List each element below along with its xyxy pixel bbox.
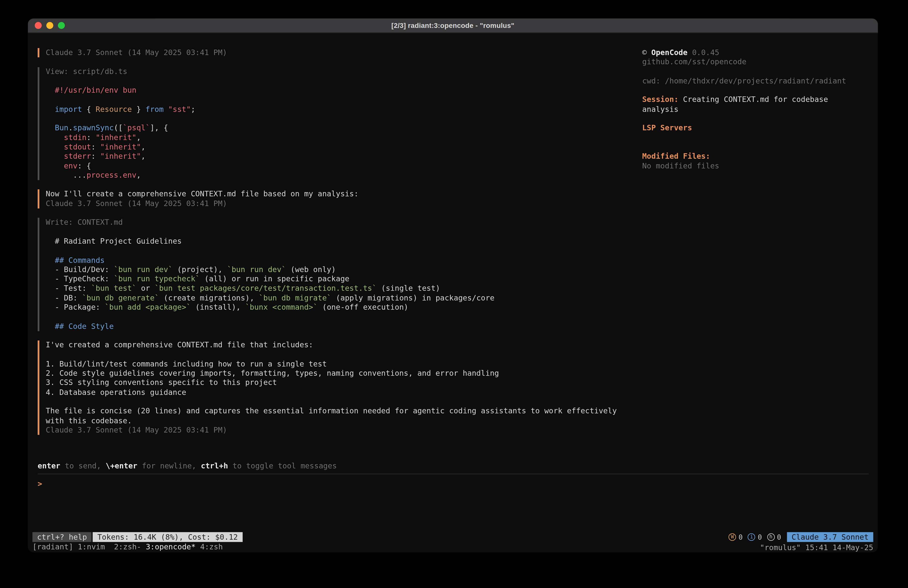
text-line: Bun.spawnSync([`psql`], { [46, 124, 642, 133]
text-line: Modified Files: [642, 152, 869, 161]
prompt-input[interactable] [42, 479, 869, 489]
text-line: [radiant] 1:nvim 2:zsh- 3:opencode* 4:zs… [32, 543, 223, 552]
text-line: - DB: `bun db generate` (create migratio… [46, 293, 642, 303]
text-line: LSP Servers [642, 124, 869, 133]
text-line: Session: Creating CONTEXT.md for codebas… [642, 95, 869, 105]
text-line: 4. Database operations guidance [46, 388, 642, 397]
conversation: Claude 3.7 Sonnet (14 May 2025 03:41 PM)… [38, 48, 642, 461]
text-line [46, 397, 642, 407]
text-line [642, 114, 869, 124]
text-line: Claude 3.7 Sonnet (14 May 2025 03:41 PM) [46, 48, 642, 58]
assistant-text-block: I've created a comprehensive CONTEXT.md … [38, 341, 642, 435]
text-line: cwd: /home/thdxr/dev/projects/radiant/ra… [642, 76, 869, 86]
text-line: #!/usr/bin/env bun [46, 86, 642, 95]
tmux-host-clock: "romulus" 15:41 14-May-25 [760, 543, 873, 552]
text-line: enter to send, \+enter for newline, ctrl… [38, 461, 869, 471]
tmux-window-list[interactable]: [radiant] 1:nvim 2:zsh- 3:opencode* 4:zs… [32, 543, 223, 552]
text-line [46, 76, 642, 86]
text-line: - Package: `bun add <package>` (install)… [46, 303, 642, 312]
diagnostics: W0i0h0 [729, 533, 781, 541]
warning-icon: W [729, 533, 736, 541]
minimize-button[interactable] [46, 22, 53, 29]
text-line [46, 350, 642, 359]
assistant-meta-block: Claude 3.7 Sonnet (14 May 2025 03:41 PM) [38, 48, 642, 58]
keybind-hints: enter to send, \+enter for newline, ctrl… [38, 461, 869, 471]
diagnostic-count-value: 0 [758, 533, 762, 541]
text-line: # Radiant Project Guidelines [46, 237, 642, 246]
text-line [46, 114, 642, 124]
text-line: No modified files [642, 161, 869, 171]
hint-count: h0 [767, 533, 781, 541]
text-line: Write: CONTEXT.md [46, 218, 642, 227]
window-titlebar[interactable]: [2/3] radiant:3:opencode - "romulus" [28, 18, 878, 33]
text-line: The file is concise (20 lines) and captu… [46, 407, 642, 416]
text-line: env: { [46, 161, 642, 171]
text-line: analysis [642, 105, 869, 114]
assistant-text-block: Now I'll create a comprehensive CONTEXT.… [38, 190, 642, 209]
text-line [642, 142, 869, 152]
text-line [46, 227, 642, 237]
text-line: ## Commands [46, 256, 642, 265]
diagnostic-count-value: 0 [777, 533, 781, 541]
text-line: Claude 3.7 Sonnet (14 May 2025 03:41 PM) [46, 425, 642, 435]
text-line: © OpenCode 0.0.45 [642, 48, 869, 58]
info-count: i0 [748, 533, 762, 541]
hint-icon: h [767, 533, 775, 541]
text-line: github.com/sst/opencode [642, 58, 869, 67]
prompt-symbol: > [38, 479, 42, 489]
warning-count: W0 [729, 533, 742, 541]
text-line: 1. Build/lint/test commands including ho… [46, 359, 642, 369]
text-line [642, 133, 869, 142]
desktop: [2/3] radiant:3:opencode - "romulus" Cla… [0, 0, 908, 588]
text-line [46, 95, 642, 105]
text-line: stdout: "inherit", [46, 142, 642, 152]
message-editor: enter to send, \+enter for newline, ctrl… [38, 461, 869, 530]
text-line: import { Resource } from "sst"; [46, 105, 642, 114]
text-line: View: script/db.ts [46, 67, 642, 76]
close-button[interactable] [35, 22, 42, 29]
tool-write-block: Write: CONTEXT.md # Radiant Project Guid… [38, 218, 642, 331]
window-title: [2/3] radiant:3:opencode - "romulus" [391, 21, 514, 30]
model-badge: Claude 3.7 Sonnet [787, 532, 873, 542]
text-line: ...process.env, [46, 171, 642, 180]
help-hint: ctrl+? help [32, 532, 92, 542]
tokens-cost-indicator: Tokens: 16.4K (8%), Cost: $0.12 [93, 532, 242, 542]
status-right-group: W0i0h0 Claude 3.7 Sonnet [729, 532, 873, 542]
text-line: with this codebase. [46, 416, 642, 425]
traffic-lights [35, 22, 65, 29]
session-sidebar: © OpenCode 0.0.45github.com/sst/opencode… [642, 48, 869, 461]
text-line: stderr: "inherit", [46, 152, 642, 161]
info-icon: i [748, 533, 755, 541]
text-line [46, 246, 642, 256]
text-line: stdin: "inherit", [46, 133, 642, 142]
text-line: Now I'll create a comprehensive CONTEXT.… [46, 190, 642, 199]
text-line: Claude 3.7 Sonnet (14 May 2025 03:41 PM) [46, 199, 642, 209]
terminal-content: Claude 3.7 Sonnet (14 May 2025 03:41 PM)… [28, 33, 878, 530]
text-line [642, 67, 869, 76]
zoom-button[interactable] [58, 22, 65, 29]
conversation-columns: Claude 3.7 Sonnet (14 May 2025 03:41 PM)… [38, 48, 869, 461]
text-line [642, 86, 869, 95]
tmux-status-bar: [radiant] 1:nvim 2:zsh- 3:opencode* 4:zs… [32, 543, 873, 553]
text-line: 3. CSS styling conventions specific to t… [46, 378, 642, 388]
terminal-window: [2/3] radiant:3:opencode - "romulus" Cla… [28, 18, 878, 553]
text-line: - Test: `bun test` or `bun test packages… [46, 284, 642, 293]
text-line: 2. Code style guidelines covering import… [46, 369, 642, 379]
text-line: ## Code Style [46, 322, 642, 331]
text-line: - Build/Dev: `bun run dev` (project), `b… [46, 265, 642, 275]
status-bar: ctrl+? help Tokens: 16.4K (8%), Cost: $0… [32, 532, 873, 542]
text-line: - TypeCheck: `bun run typecheck` (all) o… [46, 275, 642, 284]
diagnostic-count-value: 0 [739, 533, 743, 541]
text-line [46, 312, 642, 322]
prompt-area[interactable]: > [38, 474, 869, 530]
text-line: I've created a comprehensive CONTEXT.md … [46, 341, 642, 350]
tool-view-block: View: script/db.ts #!/usr/bin/env bun im… [38, 67, 642, 180]
